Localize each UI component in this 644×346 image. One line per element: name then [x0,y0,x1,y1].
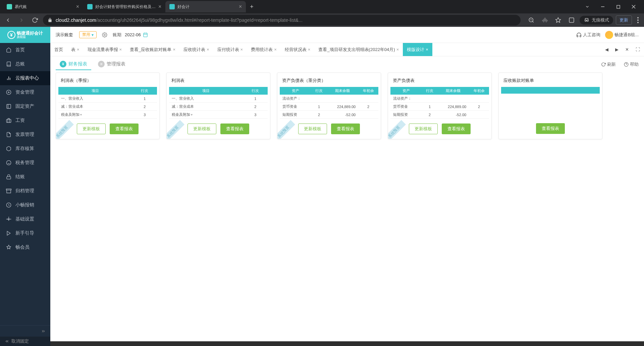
browser-menu-icon[interactable] [635,17,641,23]
svg-point-9 [585,20,587,21]
browser-chrome: 易代账 × 好会计财务管理软件购买价格及… × 好会计 × + cloud2.c… [0,0,644,27]
svg-rect-8 [569,18,574,22]
svg-point-10 [587,20,589,21]
bookmark-icon[interactable] [553,15,564,26]
svg-line-5 [532,21,533,22]
window-maximize-icon[interactable] [610,1,626,12]
url-bar: cloud2.chanjet.com/accounting/uh26t264j5… [0,13,644,27]
window-controls [577,0,644,13]
incognito-icon [584,17,590,23]
browser-tab[interactable]: 易代账 × [3,1,83,12]
window-minimize-icon[interactable] [595,1,610,12]
zoom-icon[interactable] [526,15,537,26]
tab-title: 好会计财务管理软件购买价格及… [95,4,156,10]
window-close-icon[interactable] [626,1,641,12]
account-icon[interactable] [566,15,577,26]
tab-favicon [87,4,93,9]
tab-favicon [7,4,12,9]
browser-tab[interactable]: 好会计 × [165,1,246,12]
back-button[interactable] [3,15,13,26]
url-input[interactable]: cloud2.chanjet.com/accounting/uh26t264j5… [43,15,521,26]
new-tab-button[interactable]: + [246,3,258,10]
window-chevron-icon[interactable] [580,1,595,12]
svg-marker-7 [556,18,561,22]
browser-tab[interactable]: 好会计财务管理软件购买价格及… × [83,1,165,12]
svg-rect-1 [616,5,620,8]
reload-button[interactable] [30,15,40,26]
svg-point-12 [637,19,639,21]
lock-icon [48,18,52,22]
tab-close-icon[interactable]: × [239,4,242,10]
incognito-label: 无痕模式 [592,17,609,23]
tab-title: 易代账 [15,4,73,10]
tab-close-icon[interactable]: × [158,4,161,10]
extension-icon[interactable] [539,15,550,26]
svg-point-13 [637,22,639,23]
browser-tab-bar: 易代账 × 好会计财务管理软件购买价格及… × 好会计 × + [0,0,644,13]
url-text: cloud2.chanjet.com/accounting/uh26t264j5… [56,17,303,23]
incognito-badge[interactable]: 无痕模式 [580,16,613,24]
svg-point-11 [637,17,639,18]
update-button[interactable]: 更新 [616,15,632,25]
forward-button[interactable] [16,15,27,26]
tab-title: 好会计 [177,4,236,10]
tab-favicon [169,4,175,9]
tab-close-icon[interactable]: × [76,4,79,10]
